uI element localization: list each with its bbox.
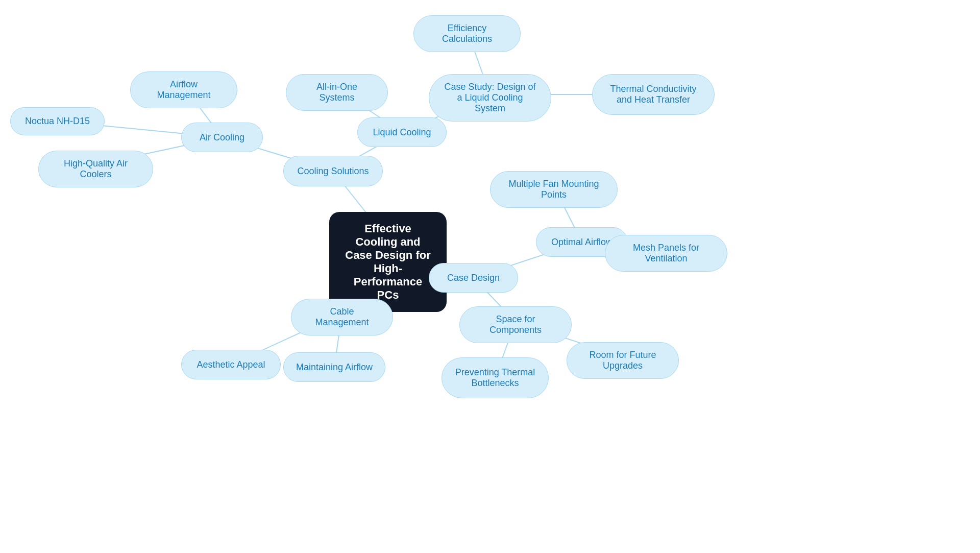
node-case_study[interactable]: Case Study: Design of a Liquid Cooling S… bbox=[429, 74, 551, 122]
node-cable_management[interactable]: Cable Management bbox=[291, 299, 393, 335]
node-center[interactable]: Effective Cooling and Case Design for Hi… bbox=[329, 212, 447, 312]
node-case_design[interactable]: Case Design bbox=[429, 263, 518, 293]
node-efficiency[interactable]: Efficiency Calculations bbox=[413, 15, 521, 52]
node-mesh_panels[interactable]: Mesh Panels for Ventilation bbox=[605, 235, 727, 272]
node-airflow_management[interactable]: Airflow Management bbox=[130, 71, 237, 108]
node-space_components[interactable]: Space for Components bbox=[459, 306, 572, 343]
node-multiple_fan[interactable]: Multiple Fan Mounting Points bbox=[490, 171, 618, 208]
node-aesthetic_appeal[interactable]: Aesthetic Appeal bbox=[181, 350, 281, 379]
node-cooling_solutions[interactable]: Cooling Solutions bbox=[283, 156, 383, 186]
node-all_in_one[interactable]: All-in-One Systems bbox=[286, 74, 388, 111]
node-maintaining_airflow[interactable]: Maintaining Airflow bbox=[283, 352, 385, 382]
node-liquid_cooling[interactable]: Liquid Cooling bbox=[357, 117, 447, 147]
node-air_cooling[interactable]: Air Cooling bbox=[181, 123, 263, 152]
node-preventing_thermal[interactable]: Preventing Thermal Bottlenecks bbox=[442, 357, 549, 398]
node-noctua[interactable]: Noctua NH-D15 bbox=[10, 107, 105, 135]
node-room_upgrades[interactable]: Room for Future Upgrades bbox=[567, 342, 679, 379]
node-high_quality[interactable]: High-Quality Air Coolers bbox=[38, 151, 153, 187]
node-thermal_conductivity[interactable]: Thermal Conductivity and Heat Transfer bbox=[592, 74, 715, 115]
